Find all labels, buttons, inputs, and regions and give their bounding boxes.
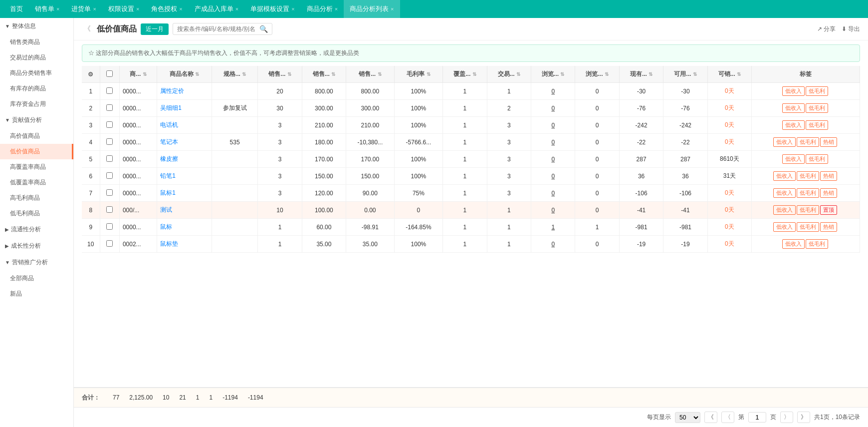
row-checkbox[interactable] bbox=[100, 83, 119, 100]
row-browse1[interactable]: 0 bbox=[531, 236, 575, 253]
nav-sales[interactable]: 销售单× bbox=[29, 0, 65, 18]
sidebar-item-low-value[interactable]: 低价值商品 bbox=[0, 144, 73, 159]
search-icon[interactable]: 🔍 bbox=[259, 25, 268, 33]
sort-icon[interactable]: ⇅ bbox=[143, 71, 147, 77]
sort-icon-spec[interactable]: ⇅ bbox=[242, 71, 246, 77]
select-all-checkbox[interactable] bbox=[106, 70, 113, 77]
sidebar-group-growth[interactable]: ▶ 成长性分析 bbox=[0, 238, 73, 254]
nav-sales-close[interactable]: × bbox=[56, 6, 59, 12]
nav-goods-analysis-list[interactable]: 商品分析列表× bbox=[344, 0, 400, 18]
row-browse1[interactable]: 1 bbox=[531, 219, 575, 236]
sidebar-item-inventory-fund[interactable]: 库存资金占用 bbox=[0, 96, 73, 112]
nav-templates[interactable]: 单据模板设置× bbox=[244, 0, 300, 18]
page-number-input[interactable] bbox=[748, 412, 766, 423]
sidebar-group-marketing[interactable]: ▼ 营销推广分析 bbox=[0, 254, 73, 271]
row-name[interactable]: 笔记本 bbox=[157, 134, 212, 151]
row-name[interactable]: 鼠标 bbox=[157, 219, 212, 236]
nav-purchase-close[interactable]: × bbox=[93, 6, 96, 12]
period-button[interactable]: 近一月 bbox=[141, 23, 169, 35]
col-gear[interactable]: ⚙ bbox=[82, 66, 100, 83]
row-browse1[interactable]: 0 bbox=[531, 202, 575, 219]
sidebar-item-new-goods[interactable]: 新品 bbox=[0, 286, 73, 302]
row-name[interactable]: 电话机 bbox=[157, 117, 212, 134]
row-checkbox[interactable] bbox=[100, 100, 119, 117]
row-select-checkbox[interactable] bbox=[106, 240, 113, 247]
nav-goods-analysis[interactable]: 商品分析× bbox=[301, 0, 344, 18]
search-input[interactable] bbox=[177, 25, 257, 32]
row-checkbox[interactable] bbox=[100, 236, 119, 253]
first-page-btn[interactable]: 《 bbox=[704, 412, 717, 423]
nav-roles-close[interactable]: × bbox=[179, 6, 182, 12]
sort-icon-av[interactable]: ⇅ bbox=[693, 71, 697, 77]
sort-icon-name[interactable]: ⇅ bbox=[195, 71, 199, 77]
row-name[interactable]: 鼠标垫 bbox=[157, 236, 212, 253]
nav-products[interactable]: 产成品入库单× bbox=[189, 0, 244, 18]
row-checkbox[interactable] bbox=[100, 202, 119, 219]
sidebar-item-low-margin[interactable]: 低毛利商品 bbox=[0, 206, 73, 221]
sort-icon-qty[interactable]: ⇅ bbox=[287, 71, 291, 77]
row-browse1[interactable]: 0 bbox=[531, 100, 575, 117]
sort-icon-price[interactable]: ⇅ bbox=[331, 71, 335, 77]
sidebar-item-low-coverage[interactable]: 低覆盖率商品 bbox=[0, 175, 73, 190]
sidebar-item-high-value[interactable]: 高价值商品 bbox=[0, 128, 73, 144]
sidebar-item-high-margin[interactable]: 高毛利商品 bbox=[0, 190, 73, 206]
sort-icon-coverage[interactable]: ⇅ bbox=[472, 71, 476, 77]
prev-page-btn[interactable]: 〈 bbox=[721, 412, 734, 423]
sort-icon-b1[interactable]: ⇅ bbox=[560, 71, 564, 77]
last-page-btn[interactable]: 》 bbox=[797, 412, 810, 423]
sort-icon-margin[interactable]: ⇅ bbox=[427, 71, 431, 77]
nav-templates-close[interactable]: × bbox=[291, 6, 294, 12]
row-browse1[interactable]: 0 bbox=[531, 168, 575, 185]
row-browse1[interactable]: 0 bbox=[531, 134, 575, 151]
nav-goods-analysis-list-close[interactable]: × bbox=[391, 6, 394, 12]
sidebar-item-all-goods[interactable]: 全部商品 bbox=[0, 271, 73, 286]
row-select-checkbox[interactable] bbox=[106, 104, 113, 111]
nav-permissions[interactable]: 权限设置× bbox=[102, 0, 145, 18]
row-checkbox[interactable] bbox=[100, 151, 119, 168]
sidebar-item-high-coverage[interactable]: 高覆盖率商品 bbox=[0, 159, 73, 175]
row-select-checkbox[interactable] bbox=[106, 138, 113, 145]
row-browse1[interactable]: 0 bbox=[531, 83, 575, 100]
col-checkbox[interactable] bbox=[100, 66, 119, 83]
sidebar-item-category-rate[interactable]: 商品分类销售率 bbox=[0, 65, 73, 81]
row-select-checkbox[interactable] bbox=[106, 189, 113, 196]
sort-icon-tx[interactable]: ⇅ bbox=[516, 71, 520, 77]
row-browse1[interactable]: 0 bbox=[531, 151, 575, 168]
row-select-checkbox[interactable] bbox=[106, 155, 113, 162]
row-browse1[interactable]: 0 bbox=[531, 117, 575, 134]
sidebar-item-traded-goods[interactable]: 交易过的商品 bbox=[0, 50, 73, 65]
row-name[interactable]: 铅笔1 bbox=[157, 168, 212, 185]
settings-icon[interactable]: ⚙ bbox=[88, 71, 93, 78]
nav-permissions-close[interactable]: × bbox=[136, 6, 139, 12]
share-button[interactable]: ↗ 分享 bbox=[817, 25, 836, 33]
sort-icon-b2[interactable]: ⇅ bbox=[605, 71, 609, 77]
nav-goods-analysis-close[interactable]: × bbox=[335, 6, 338, 12]
sort-icon-amount[interactable]: ⇅ bbox=[378, 71, 382, 77]
row-select-checkbox[interactable] bbox=[106, 87, 113, 94]
row-name[interactable]: 鼠标1 bbox=[157, 185, 212, 202]
nav-products-close[interactable]: × bbox=[235, 6, 238, 12]
per-page-select[interactable]: 50 100 200 bbox=[675, 412, 700, 423]
sort-icon-cs[interactable]: ⇅ bbox=[649, 71, 652, 77]
export-button[interactable]: ⬇ 导出 bbox=[842, 25, 860, 33]
sort-icon-sl[interactable]: ⇅ bbox=[737, 71, 741, 77]
row-name[interactable]: 属性定价 bbox=[157, 83, 212, 100]
row-browse1[interactable]: 0 bbox=[531, 185, 575, 202]
sidebar-item-sales-goods[interactable]: 销售类商品 bbox=[0, 34, 73, 50]
nav-home[interactable]: 首页 bbox=[4, 0, 29, 18]
row-checkbox[interactable] bbox=[100, 134, 119, 151]
sidebar-item-stocked-goods[interactable]: 有库存的商品 bbox=[0, 81, 73, 96]
sidebar-group-overall[interactable]: ▼ 整体信息 bbox=[0, 18, 73, 34]
next-page-btn[interactable]: 〉 bbox=[780, 412, 793, 423]
row-select-checkbox[interactable] bbox=[106, 172, 113, 179]
row-checkbox[interactable] bbox=[100, 117, 119, 134]
row-checkbox[interactable] bbox=[100, 185, 119, 202]
sidebar-group-contribution[interactable]: ▼ 贡献值分析 bbox=[0, 112, 73, 128]
nav-purchase[interactable]: 进货单× bbox=[65, 0, 102, 18]
row-select-checkbox[interactable] bbox=[106, 121, 113, 128]
collapse-sidebar-btn[interactable]: 《 bbox=[82, 24, 93, 33]
sidebar-group-circulation[interactable]: ▶ 流通性分析 bbox=[0, 221, 73, 238]
row-checkbox[interactable] bbox=[100, 168, 119, 185]
row-checkbox[interactable] bbox=[100, 219, 119, 236]
row-select-checkbox[interactable] bbox=[106, 223, 113, 230]
